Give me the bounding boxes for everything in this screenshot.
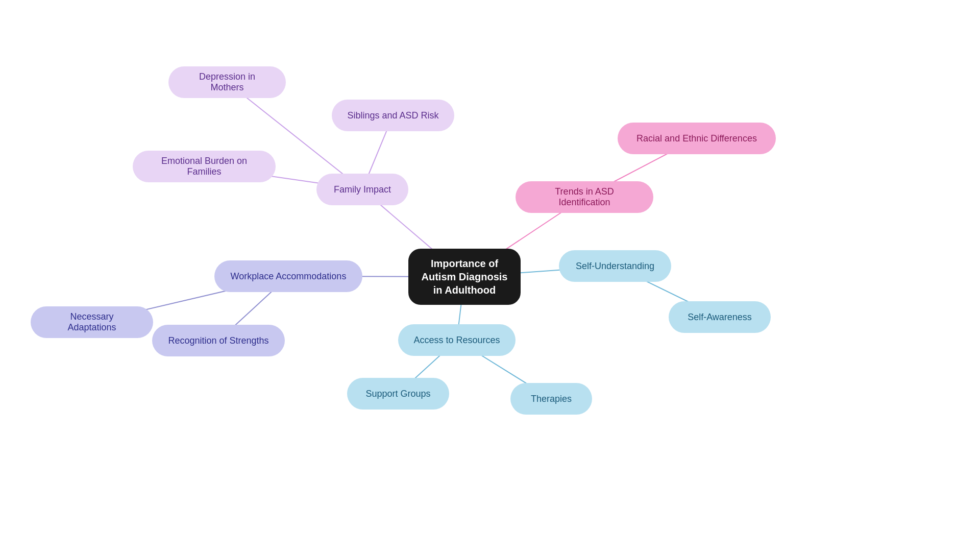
node-siblings_asd[interactable]: Siblings and ASD Risk xyxy=(332,100,454,131)
node-depression_mothers[interactable]: Depression in Mothers xyxy=(168,66,286,98)
node-family_impact[interactable]: Family Impact xyxy=(316,174,408,205)
node-access_resources[interactable]: Access to Resources xyxy=(398,324,516,356)
mind-map-container: Importance of Autism Diagnosis in Adulth… xyxy=(0,0,980,553)
node-self_awareness[interactable]: Self-Awareness xyxy=(669,301,771,333)
node-center[interactable]: Importance of Autism Diagnosis in Adulth… xyxy=(408,249,521,305)
node-support_groups[interactable]: Support Groups xyxy=(347,378,449,410)
node-therapies[interactable]: Therapies xyxy=(510,383,592,415)
node-emotional_burden[interactable]: Emotional Burden on Families xyxy=(133,151,276,182)
node-self_understanding[interactable]: Self-Understanding xyxy=(559,250,671,282)
node-workplace_accom[interactable]: Workplace Accommodations xyxy=(214,260,362,292)
node-racial_ethnic[interactable]: Racial and Ethnic Differences xyxy=(618,123,776,154)
node-necessary_adapt[interactable]: Necessary Adaptations xyxy=(31,306,153,338)
node-recognition_strengths[interactable]: Recognition of Strengths xyxy=(152,325,285,356)
node-trends_asd[interactable]: Trends in ASD Identification xyxy=(516,181,653,213)
